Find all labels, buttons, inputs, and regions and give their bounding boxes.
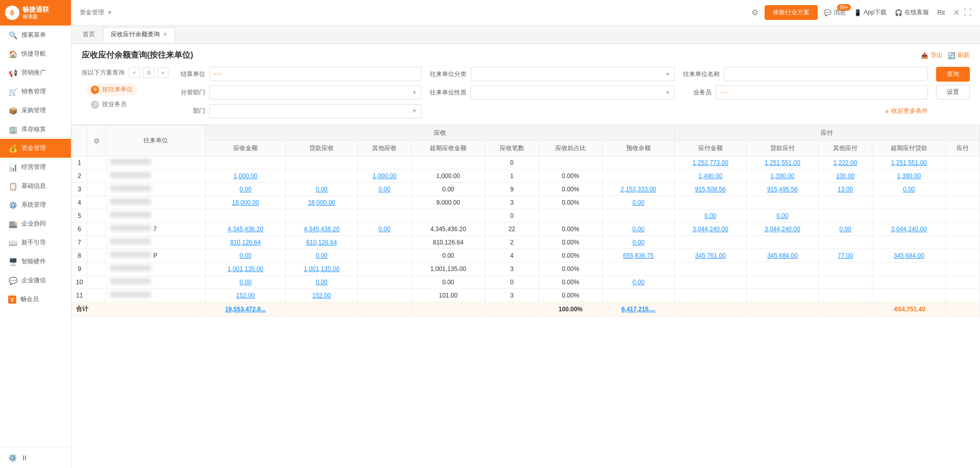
refresh-button[interactable]: 🔄 刷新 xyxy=(948,51,970,60)
cell-receivable-amount[interactable]: 0.00 xyxy=(205,249,285,262)
cell-prepayment[interactable]: 0.00 xyxy=(602,196,674,209)
cell-receivable-amount[interactable]: 4,345,436.20 xyxy=(205,223,285,236)
cell-payable-amount[interactable]: 1,490.00 xyxy=(674,169,746,183)
cell-loan-payable[interactable]: 1,251,551.00 xyxy=(746,156,818,169)
cell-other-payable[interactable]: 100.00 xyxy=(818,169,872,183)
settings-icon[interactable]: ⚙️ xyxy=(8,454,17,462)
total-prepayment[interactable]: 6,417,215.... xyxy=(602,302,674,316)
cell-extra xyxy=(946,223,980,236)
cell-loan-payable[interactable]: 345,684.00 xyxy=(746,249,818,262)
cell-loan-payable[interactable]: 0.00 xyxy=(746,209,818,223)
settings2-icon[interactable]: ⊙ xyxy=(143,67,154,78)
cell-loan-receivable[interactable]: 18,000.00 xyxy=(286,196,358,209)
topnav-gear-icon[interactable]: ⚙ xyxy=(751,8,758,17)
unit-nature-input[interactable]: ▼ xyxy=(471,85,675,100)
cell-receivable-ratio xyxy=(538,209,602,223)
user-menu[interactable]: Rit xyxy=(937,9,945,16)
cell-payable-amount[interactable]: 3,044,240.00 xyxy=(674,223,746,236)
cell-prepayment[interactable]: 0.00 xyxy=(602,236,674,249)
cell-receivable-amount[interactable]: 810,126.64 xyxy=(205,236,285,249)
cell-prepayment[interactable]: 0.00 xyxy=(602,276,674,289)
cell-loan-payable[interactable]: 1,390.00 xyxy=(746,169,818,183)
sidebar-item-enterprise[interactable]: 🏬 企业协同 xyxy=(0,214,71,233)
cell-receivable-amount[interactable]: 0.00 xyxy=(205,183,285,196)
cell-loan-payable[interactable]: 3,044,240.00 xyxy=(746,223,818,236)
cell-receivable-amount[interactable]: 1,001,135.00 xyxy=(205,262,285,276)
window-maximize-icon[interactable]: ⛶ xyxy=(964,8,972,17)
sidebar-item-marketing[interactable]: 📢 营销推广 xyxy=(0,63,71,82)
cell-other-receivable[interactable]: 0.00 xyxy=(358,223,411,236)
cell-prepayment[interactable]: 0.00 xyxy=(602,223,674,236)
cell-loan-receivable[interactable]: 0.00 xyxy=(286,183,358,196)
cell-other-receivable[interactable]: 0.00 xyxy=(358,183,411,196)
sidebar-item-operations[interactable]: 📊 经营管理 xyxy=(0,158,71,177)
cell-overdue-payable[interactable]: 3,044,240.00 xyxy=(872,223,946,236)
cell-prepayment[interactable]: 2,153,333.00 xyxy=(602,183,674,196)
cell-overdue-payable[interactable]: 1,390.00 xyxy=(872,169,946,183)
cell-overdue-payable[interactable]: 1,251,551.00 xyxy=(872,156,946,169)
pause-icon[interactable]: ⏸ xyxy=(21,454,28,462)
cell-receivable-amount[interactable]: 0.00 xyxy=(205,276,285,289)
cell-prepayment[interactable]: 655,636.75 xyxy=(602,249,674,262)
sidebar-item-member[interactable]: V 畅会员 xyxy=(0,290,71,309)
sidebar-item-basic[interactable]: 📋 基础信息 xyxy=(0,177,71,195)
cell-overdue-payable[interactable]: 345,684.00 xyxy=(872,249,946,262)
unit-category-input[interactable]: ▼ xyxy=(471,67,675,81)
table-settings-icon[interactable]: ⚙ xyxy=(91,136,102,146)
cell-loan-receivable[interactable]: 0.00 xyxy=(286,249,358,262)
cell-payable-amount[interactable]: 345,761.00 xyxy=(674,249,746,262)
scheme-by-unit[interactable]: 单 按往来单位 xyxy=(86,83,138,96)
tab-close-icon[interactable]: ✕ xyxy=(163,31,167,38)
salesperson-input[interactable]: ··· xyxy=(716,85,928,100)
sidebar-item-search[interactable]: 🔍 搜索菜单 xyxy=(0,26,71,44)
data-table: ⚙ 往来单位 应收 应付 应收金额 贷款应收 其他应收 超期应收金额 应收笔数 … xyxy=(71,125,980,316)
cell-loan-receivable[interactable]: 810,126.64 xyxy=(286,236,358,249)
service-button[interactable]: 🎧 在线客服 xyxy=(895,8,929,17)
promo-button[interactable]: 体验行业方案 xyxy=(765,5,818,20)
cell-other-payable[interactable]: 77.00 xyxy=(818,249,872,262)
dept-input[interactable]: ▼ xyxy=(209,104,422,118)
app-download-button[interactable]: 📱 App下载 xyxy=(854,8,887,17)
sidebar-item-hardware[interactable]: 🖥️ 智能硬件 xyxy=(0,252,71,271)
export-button[interactable]: 📤 导出 xyxy=(921,51,943,60)
cell-loan-receivable[interactable]: 4,345,436.20 xyxy=(286,223,358,236)
cell-receivable-amount[interactable]: 1,000.00 xyxy=(205,169,285,183)
cell-loan-payable[interactable]: 915,495.56 xyxy=(746,183,818,196)
sidebar-item-wechat[interactable]: 💬 企业微信 xyxy=(0,271,71,290)
add-icon[interactable]: + xyxy=(129,67,140,78)
settings-button[interactable]: 设置 xyxy=(936,85,970,100)
cell-receivable-amount[interactable]: 18,000.00 xyxy=(205,196,285,209)
total-receivable-amount[interactable]: 19,553,472,6... xyxy=(205,302,285,316)
cell-payable-amount[interactable]: 915,508.56 xyxy=(674,183,746,196)
query-button[interactable]: 查询 xyxy=(936,67,970,82)
cell-other-payable[interactable]: 0.00 xyxy=(818,223,872,236)
sidebar-item-sales[interactable]: 🛒 销售管理 xyxy=(0,82,71,101)
unit-name-input[interactable] xyxy=(724,67,928,81)
sidebar-item-inventory[interactable]: 🏢 库存核算 xyxy=(0,120,71,139)
cell-loan-receivable[interactable]: 152.00 xyxy=(286,289,358,302)
dept-manage-input[interactable]: ▼ xyxy=(209,85,422,100)
collapse-icon[interactable]: « xyxy=(157,67,168,78)
breadcrumb-dropdown-icon[interactable]: ▼ xyxy=(107,10,112,15)
sidebar-item-purchase[interactable]: 📦 采购管理 xyxy=(0,101,71,120)
cell-loan-receivable[interactable]: 1,001,135.00 xyxy=(286,262,358,276)
tab-home[interactable]: 首页 xyxy=(76,27,102,42)
sidebar-item-guide[interactable]: 📖 新手引导 xyxy=(0,233,71,252)
cell-receivable-amount[interactable]: 152.00 xyxy=(205,289,285,302)
cell-other-payable[interactable]: 13.00 xyxy=(818,183,872,196)
settlement-unit-input[interactable]: ··· xyxy=(209,67,422,81)
cell-other-payable[interactable]: 1,222.00 xyxy=(818,156,872,169)
scheme-by-staff[interactable]: 业 按业务员 xyxy=(86,98,138,111)
sidebar-item-nav[interactable]: 🏠 快捷导航 xyxy=(0,44,71,63)
cell-loan-receivable[interactable]: 0.00 xyxy=(286,276,358,289)
cell-payable-amount[interactable]: 1,252,773.00 xyxy=(674,156,746,169)
collapse-button[interactable]: ∧ 收起更多条件 xyxy=(885,104,928,118)
tab-balance-query[interactable]: 应收应付余额查询 ✕ xyxy=(103,27,175,42)
sidebar-item-system[interactable]: ⚙️ 系统管理 xyxy=(0,195,71,214)
window-close-icon[interactable]: ✕ xyxy=(953,8,960,17)
message-button[interactable]: 💬 消息 99+ xyxy=(824,8,846,17)
sidebar-item-finance[interactable]: 💰 资金管理 xyxy=(0,139,71,158)
cell-payable-amount[interactable]: 0.00 xyxy=(674,209,746,223)
cell-overdue-payable[interactable]: 0.00 xyxy=(872,183,946,196)
cell-other-receivable[interactable]: 1,000.00 xyxy=(358,169,411,183)
